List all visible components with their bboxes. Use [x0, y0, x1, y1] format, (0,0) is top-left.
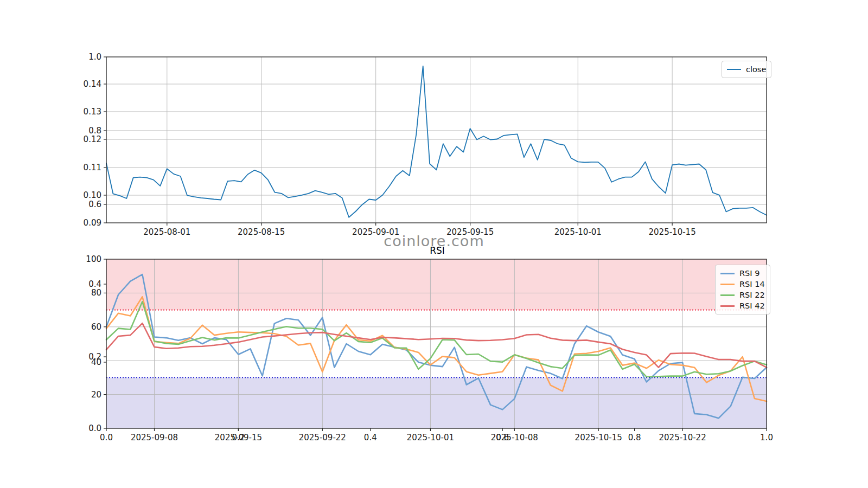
tick-label: 0.6: [88, 200, 101, 209]
tick-label: 2025-10-01: [407, 433, 454, 442]
tick-label: 0.8: [628, 433, 641, 442]
rsi-panel-title: RSI: [430, 245, 445, 256]
tick-label: 0.0: [88, 423, 101, 433]
tick-label: 2025-09-08: [131, 433, 178, 442]
tick-label: 0.4: [88, 279, 101, 289]
legend-label: close: [746, 65, 766, 74]
legend-item: close: [727, 64, 766, 75]
legend-item: RSI 9: [720, 268, 765, 279]
tick-label: 40: [91, 357, 101, 367]
legend-label: RSI 42: [739, 301, 765, 310]
legend-item: RSI 22: [720, 290, 765, 300]
tick-label: 0.12: [84, 134, 101, 144]
legend-item: RSI 14: [720, 279, 765, 290]
tick-label: 2025-10-22: [659, 433, 706, 442]
tick-label: 1.0: [88, 52, 101, 62]
tick-label: 0.14: [84, 79, 101, 89]
tick-label: 2025-10-01: [554, 227, 602, 237]
close-legend: close: [722, 61, 771, 78]
tick-label: 2025-09-22: [299, 433, 346, 442]
tick-label: 100: [86, 254, 101, 264]
tick-label: 1.0: [760, 433, 773, 442]
legend-line-swatch: [720, 284, 735, 285]
coinlore-chart-figure: 1.00.140.130.80.120.110.100.60.092025-08…: [0, 0, 868, 488]
tick-label: 80: [91, 288, 101, 298]
tick-label: 0.11: [84, 163, 101, 172]
tick-label: 0.10: [84, 190, 101, 200]
tick-label: 2025-10-08: [491, 433, 538, 442]
legend-line-swatch: [720, 294, 735, 296]
tick-label: 0.2: [232, 433, 245, 442]
legend-line-swatch: [720, 305, 735, 307]
close-line: [106, 66, 767, 217]
rsi-legend: RSI 9RSI 14RSI 22RSI 42: [715, 265, 770, 314]
tick-label: 0.0: [100, 433, 113, 442]
tick-label: 2025-10-15: [575, 433, 622, 442]
tick-label: 2025-08-01: [143, 227, 190, 237]
tick-label: 2025-10-15: [649, 227, 696, 237]
overbought-band: [106, 259, 767, 310]
tick-label: 60: [91, 322, 101, 332]
tick-label: 2025-08-15: [238, 227, 285, 237]
legend-label: RSI 22: [739, 291, 765, 299]
legend-line-swatch: [727, 69, 741, 70]
legend-line-swatch: [720, 273, 735, 274]
tick-label: 0.09: [84, 218, 101, 228]
tick-label: 0.13: [84, 107, 101, 117]
tick-label: 20: [91, 390, 101, 400]
legend-label: RSI 14: [739, 280, 765, 288]
oversold-band: [106, 377, 767, 428]
legend-item: RSI 42: [720, 300, 765, 311]
legend-label: RSI 9: [739, 269, 760, 278]
tick-label: 0.4: [364, 433, 377, 442]
